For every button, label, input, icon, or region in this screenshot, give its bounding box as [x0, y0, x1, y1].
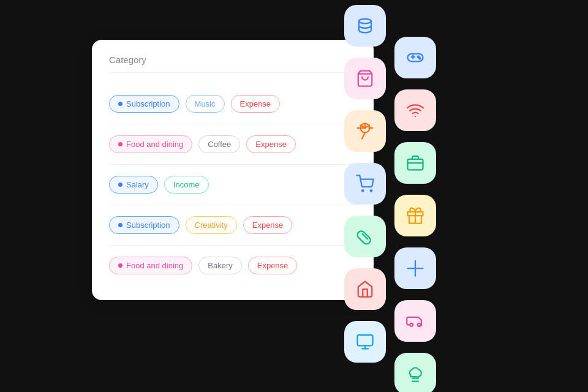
category-row-4: Subscription Creativity Expense [109, 205, 356, 246]
svg-rect-13 [408, 159, 423, 170]
category-card: Category Subscription Music Expense Food… [92, 40, 374, 300]
svg-rect-6 [358, 335, 373, 346]
svg-point-18 [418, 323, 421, 326]
tag-dot [118, 223, 123, 227]
tag-creativity[interactable]: Creativity [186, 216, 237, 234]
tag-dot [118, 263, 123, 268]
svg-point-3 [362, 190, 364, 192]
tag-expense-4[interactable]: Expense [248, 257, 298, 274]
tag-dot [118, 183, 123, 187]
tag-expense-1[interactable]: Expense [231, 95, 281, 113]
tag-bakery[interactable]: Bakery [198, 257, 241, 274]
pill-icon[interactable] [344, 216, 386, 257]
tag-dot [118, 142, 123, 146]
category-row-1: Subscription Music Expense [109, 84, 356, 124]
category-row-2: Food and dining Coffee Expense [109, 124, 356, 165]
tag-salary[interactable]: Salary [109, 176, 158, 194]
category-row-3: Salary Income [109, 165, 356, 205]
chef-icon[interactable] [394, 353, 436, 392]
tag-income[interactable]: Income [164, 176, 209, 194]
tag-coffee[interactable]: Coffee [198, 135, 240, 153]
icons-column-left [344, 0, 386, 363]
database-icon[interactable] [344, 5, 386, 47]
shopping-bag-icon[interactable] [344, 58, 386, 99]
cart-icon[interactable] [344, 163, 386, 205]
tag-subscription-1[interactable]: Subscription [109, 95, 179, 113]
home-icon[interactable] [344, 268, 386, 310]
svg-point-11 [419, 58, 421, 59]
medical-icon[interactable] [394, 247, 436, 289]
card-title: Category [109, 55, 356, 73]
svg-point-4 [371, 190, 372, 192]
umbrella-beach-icon[interactable] [344, 110, 386, 152]
tag-food-1[interactable]: Food and dining [109, 135, 192, 153]
category-row-5: Food and dining Bakery Expense [109, 246, 356, 285]
wifi-icon[interactable] [394, 89, 436, 131]
tag-expense-2[interactable]: Expense [246, 135, 296, 153]
tag-music[interactable]: Music [186, 95, 225, 113]
tag-food-2[interactable]: Food and dining [109, 257, 192, 274]
main-container: Category Subscription Music Expense Food… [0, 0, 588, 392]
briefcase-icon[interactable] [394, 142, 436, 184]
tag-dot [118, 102, 123, 106]
gift-icon[interactable] [394, 195, 436, 236]
car-icon[interactable] [394, 300, 436, 342]
icons-column-right [394, 0, 436, 392]
monitor-icon[interactable] [344, 321, 386, 363]
tag-expense-3[interactable]: Expense [243, 216, 293, 234]
tag-subscription-2[interactable]: Subscription [109, 216, 179, 234]
svg-point-17 [410, 323, 413, 326]
svg-point-0 [359, 19, 371, 24]
gamepad-icon[interactable] [394, 37, 436, 78]
